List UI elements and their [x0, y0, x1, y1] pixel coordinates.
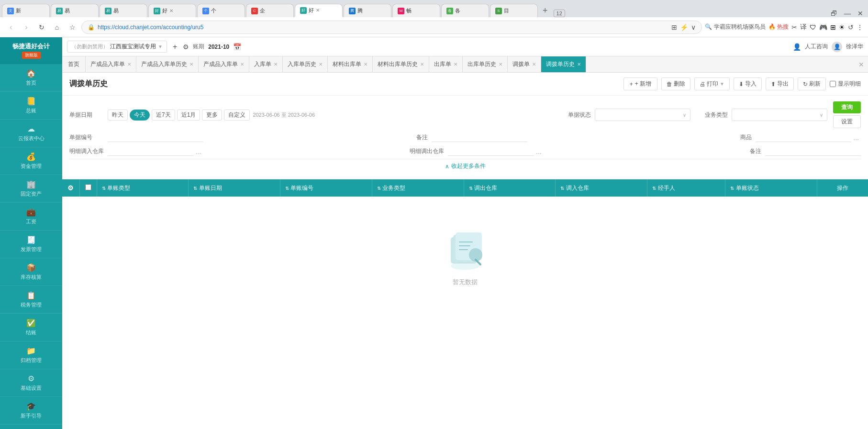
export-btn[interactable]: ⬆ 导出: [766, 77, 794, 90]
address-bar[interactable]: 🔒 https://cloud.chanjet.com/accounting/u…: [81, 21, 702, 34]
sidebar-item-home[interactable]: 🏠 首页: [0, 64, 62, 92]
more-icon[interactable]: ⋮: [857, 23, 863, 31]
new-tab-btn[interactable]: +: [539, 4, 552, 17]
nav-tab-1[interactable]: 产成品入库单 ✕: [86, 56, 136, 73]
biztype-filter-select[interactable]: ∨: [732, 109, 827, 121]
refresh-btn[interactable]: ↻ 刷新: [798, 77, 826, 90]
tab-4[interactable]: 好 好 ✕: [148, 4, 196, 17]
nav-tab-3-close[interactable]: ✕: [240, 62, 244, 67]
translate-icon[interactable]: 译: [800, 23, 807, 32]
extension2-icon[interactable]: 🎮: [819, 23, 827, 31]
extension4-icon[interactable]: ☀: [839, 23, 845, 31]
undo-icon[interactable]: ↺: [848, 23, 854, 31]
tab-7[interactable]: 好 好 ✕: [295, 4, 343, 17]
nav-tab-9[interactable]: 出库单历史 ✕: [463, 56, 508, 73]
nav-tab-6-close[interactable]: ✕: [364, 62, 367, 67]
nav-tab-2-close[interactable]: ✕: [189, 62, 193, 67]
nav-tab-3[interactable]: 产成品入库单 ✕: [199, 56, 249, 73]
goods-input[interactable]: [756, 133, 851, 142]
doc-no-input[interactable]: [108, 133, 203, 142]
sidebar-item-guide[interactable]: 🎓 新手引导: [0, 397, 62, 425]
scissors-icon[interactable]: ✂: [791, 23, 797, 31]
nav-tab-10-close[interactable]: ✕: [532, 62, 536, 67]
nav-tab-8[interactable]: 出库单 ✕: [429, 56, 463, 73]
checkbox-column-header[interactable]: [79, 179, 97, 197]
settings-btn[interactable]: 设置: [833, 115, 861, 128]
month-btn[interactable]: 近1月: [177, 110, 200, 121]
extension1-icon[interactable]: 🛡: [810, 23, 816, 31]
print-btn[interactable]: 🖨 打印 ▼: [694, 77, 730, 90]
nav-tab-2[interactable]: 产成品入库单历史 ✕: [136, 56, 199, 73]
collapse-bar[interactable]: ∧ 收起更多条件: [69, 159, 861, 173]
nav-tab-1-close[interactable]: ✕: [127, 62, 131, 67]
sidebar-item-ledger[interactable]: 📒 总账: [0, 92, 62, 120]
sidebar-item-archive[interactable]: 📁 归档管理: [0, 341, 62, 369]
tab-10[interactable]: 各 各: [441, 4, 489, 17]
delete-btn[interactable]: 🗑 删除: [661, 77, 690, 90]
tab-9[interactable]: M 畅: [392, 4, 440, 17]
custom-date-btn[interactable]: 自定义: [224, 110, 250, 121]
bak-input[interactable]: [765, 147, 861, 156]
nav-tab-home[interactable]: 首页: [62, 56, 86, 73]
nav-tab-4-close[interactable]: ✕: [274, 62, 278, 67]
sidebar-item-assets[interactable]: 🏢 固定资产: [0, 175, 62, 203]
print-dropdown-icon[interactable]: ▼: [720, 81, 724, 87]
doc-no-header[interactable]: ⇅ 单账编号: [280, 179, 372, 197]
goods-dots-btn[interactable]: ...: [851, 134, 861, 142]
display-columns-checkbox[interactable]: [830, 81, 836, 87]
new-btn[interactable]: + + 新增: [623, 77, 657, 90]
sidebar-item-reports[interactable]: ☁ 云报表中心: [0, 120, 62, 147]
nav-tab-4[interactable]: 入库单 ✕: [249, 56, 283, 73]
nav-tab-6[interactable]: 材料出库单 ✕: [328, 56, 373, 73]
tab-8[interactable]: 腾 腾: [344, 4, 391, 17]
browser-expand-icon[interactable]: ∨: [691, 23, 696, 31]
sidebar-item-member[interactable]: 👑 畅会员: [0, 425, 62, 429]
display-columns-toggle[interactable]: 显示明细: [830, 80, 861, 88]
tab7-close[interactable]: ✕: [316, 8, 320, 13]
user-service-btn[interactable]: 人工咨询: [805, 43, 828, 51]
home-btn[interactable]: ⌂: [51, 21, 63, 33]
more-date-btn[interactable]: 更多: [202, 110, 222, 121]
tab4-close[interactable]: ✕: [169, 8, 173, 13]
handler-header[interactable]: ⇅ 经手人: [647, 179, 725, 197]
sidebar-item-tax[interactable]: 📋 税务管理: [0, 286, 62, 314]
add-company-btn[interactable]: +: [171, 43, 179, 51]
sidebar-item-close-accounts[interactable]: ✅ 结账: [0, 314, 62, 341]
nav-tab-8-close[interactable]: ✕: [454, 62, 457, 67]
query-btn[interactable]: 查询: [833, 101, 861, 113]
nav-tab-7[interactable]: 材料出库单历史 ✕: [373, 56, 429, 73]
from-warehouse-dots[interactable]: ...: [194, 148, 203, 155]
back-btn[interactable]: ‹: [5, 21, 17, 33]
to-warehouse-dots[interactable]: ...: [534, 148, 544, 155]
close-btn[interactable]: ✕: [855, 10, 866, 17]
doc-status-header[interactable]: ⇅ 单账状态: [725, 179, 817, 197]
forward-btn[interactable]: ›: [20, 21, 33, 33]
to-wh-header[interactable]: ⇅ 调入仓库: [556, 179, 647, 197]
sidebar-item-settings[interactable]: ⚙ 基础设置: [0, 369, 62, 397]
nav-tab-5-close[interactable]: ✕: [319, 62, 323, 67]
sidebar-item-payroll[interactable]: 💼 工资: [0, 203, 62, 231]
sidebar-item-inventory[interactable]: 📦 库存核算: [0, 258, 62, 286]
nav-tab-10[interactable]: 调拨单 ✕: [508, 56, 541, 73]
close-all-tabs-btn[interactable]: ✕: [855, 61, 868, 68]
minimize-btn[interactable]: —: [841, 10, 854, 17]
user-name[interactable]: 徐泽华: [846, 43, 863, 51]
status-filter-select[interactable]: ∨: [595, 109, 690, 121]
nav-tab-11-active[interactable]: 调拨单历史 ✕: [541, 56, 586, 73]
week-btn[interactable]: 近7天: [152, 110, 175, 121]
sidebar-item-funds[interactable]: 💰 资金管理: [0, 147, 62, 175]
tab-3[interactable]: 易 易: [100, 4, 147, 17]
nav-tab-7-close[interactable]: ✕: [420, 62, 424, 67]
tab-6[interactable]: C 企: [246, 4, 294, 17]
tab-11[interactable]: S 目: [490, 4, 538, 17]
column-settings-icon[interactable]: ⚙: [67, 184, 74, 192]
tab-1[interactable]: 文 新: [2, 4, 50, 17]
from-wh-header[interactable]: ⇅ 调出仓库: [464, 179, 556, 197]
to-warehouse-input[interactable]: [448, 147, 534, 156]
doc-type-header[interactable]: ⇅ 单账类型: [97, 179, 189, 197]
nav-tab-11-close[interactable]: ✕: [577, 62, 581, 67]
remark-input[interactable]: [432, 133, 527, 142]
nav-tab-5[interactable]: 入库单历史 ✕: [283, 56, 328, 73]
tab-2[interactable]: 易 易: [51, 4, 99, 17]
import-btn[interactable]: ⬇ 导入: [734, 77, 762, 90]
